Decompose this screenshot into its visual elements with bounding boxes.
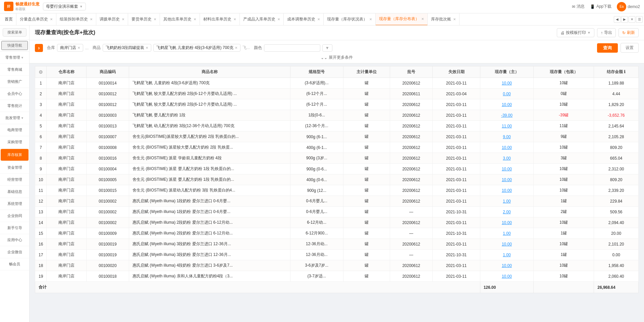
row-qty-main[interactable]: 10.00	[480, 78, 534, 89]
tab-cost-adjust[interactable]: 成本调整单历史 ✕	[284, 13, 324, 25]
tab-close-icon[interactable]: ✕	[453, 17, 456, 21]
sidebar-item-label: 基础信息	[7, 190, 22, 194]
row-expiry: 2021-03-11	[433, 78, 480, 89]
tab-stock-dist[interactable]: 现存量（库存分布表） ✕	[376, 13, 428, 25]
tab-close-icon[interactable]: ✕	[421, 17, 424, 21]
sidebar-item-retail-shop[interactable]: 零售商城	[0, 64, 29, 76]
table-row: 18 南岸门店 00100020 惠氏启赋 (Wyeth illuma) 4段奶…	[35, 260, 639, 271]
gear-icon[interactable]: ⚙	[39, 69, 43, 75]
sidebar-item-finance[interactable]: 资金管理	[0, 162, 29, 174]
tab-next-button[interactable]: ▶	[621, 16, 628, 23]
row-qty-main[interactable]: 9.00	[480, 131, 534, 142]
sidebar-item-member-card[interactable]: 畅会员	[0, 258, 29, 270]
sidebar-item-inventory[interactable]: 库存核算	[1, 149, 29, 161]
row-qty-main[interactable]: -39.00	[480, 110, 534, 121]
row-name: 舍生元 (BIOSTIME) 派星较大婴儿配方奶粉 2段 乳铁蛋...	[129, 142, 290, 153]
row-qty-main[interactable]: 0.00	[480, 89, 534, 99]
sidebar-item-marketing[interactable]: 营销推广	[0, 76, 29, 88]
sidebar-item-wholesale[interactable]: 批发管理 ▼	[0, 112, 29, 124]
tab-stock-status[interactable]: 现存量（库存状况表） ✕	[324, 13, 376, 25]
row-qty-main[interactable]: 10.00	[480, 217, 534, 228]
tab-close-button[interactable]: ✕	[629, 16, 635, 23]
user-profile[interactable]: Ea demo2	[617, 2, 640, 11]
tab-close-icon[interactable]: ✕	[233, 17, 236, 21]
tab-batch-voucher[interactable]: 库存批次账 ✕	[428, 13, 460, 25]
row-qty-main[interactable]: 10.00	[480, 164, 534, 174]
tab-close-icon[interactable]: ✕	[317, 17, 320, 21]
tab-nav: ◀ ▶ ✕ ☰	[614, 16, 643, 23]
page-actions: 🖨 按模板打印 ▼ ↑ 导出 ↻ 刷新	[557, 28, 639, 37]
tab-close-icon[interactable]: ✕	[50, 17, 53, 21]
sidebar-item-basics[interactable]: 基础信息	[0, 186, 29, 198]
tab-close-icon[interactable]: ✕	[277, 17, 280, 21]
tab-close-icon[interactable]: ✕	[154, 17, 156, 21]
tab-requisition[interactable]: 要货单历史 ✕	[128, 13, 160, 25]
tab-close-icon[interactable]: ✕	[122, 17, 124, 21]
row-expiry: 2021-03-11	[433, 260, 480, 271]
sidebar-item-retail[interactable]: 零售管理 ▼	[0, 52, 29, 64]
tab-disassembly[interactable]: 组装拆卸单历史 ✕	[56, 13, 96, 25]
row-qty-main[interactable]: 1.00	[480, 228, 534, 239]
row-qty-main[interactable]: 10.00	[480, 239, 534, 250]
tab-close-icon[interactable]: ✕	[369, 17, 372, 21]
settings-button[interactable]: 设置	[621, 43, 639, 53]
sidebar-item-system[interactable]: 系统管理	[0, 198, 29, 210]
color-dropdown-button[interactable]: ▼	[322, 44, 332, 52]
tab-close-icon[interactable]: ✕	[90, 17, 93, 21]
breadcrumb-select[interactable]: 母婴行业演示账套 ▼	[43, 3, 86, 10]
search-button[interactable]: 查询	[597, 43, 618, 53]
row-code: 00100009	[86, 228, 129, 239]
tab-close-icon[interactable]: ✕	[194, 17, 196, 21]
row-qty-main[interactable]: 2.00	[480, 207, 534, 217]
tab-product-in[interactable]: 产成品入库单历史 ✕	[240, 13, 284, 25]
search-menu-button[interactable]: 搜索菜单	[3, 28, 26, 37]
row-qty-main[interactable]: 10.00	[480, 260, 534, 271]
row-code: 00100014	[86, 78, 129, 89]
row-qty-main[interactable]: 10.00	[480, 185, 534, 196]
tab-picking[interactable]: 调拨单历史 ✕	[96, 13, 128, 25]
sidebar-item-enterprise-wechat[interactable]: 企业微信	[0, 246, 29, 258]
row-qty-main[interactable]: 10.00	[480, 142, 534, 153]
tab-menu-button[interactable]: ☰	[636, 16, 643, 23]
tab-inventory-split[interactable]: 分量盘点单历史 ✕	[16, 13, 56, 25]
tab-prev-button[interactable]: ◀	[614, 16, 621, 23]
row-qty-main[interactable]: 1.00	[480, 196, 534, 207]
product-tag-1[interactable]: 飞鹤奶粉3段四罐提装 ✕	[103, 44, 151, 52]
row-qty-main[interactable]: 10.00	[480, 271, 534, 282]
message-button[interactable]: ✉ 消息	[572, 4, 585, 9]
row-qty-main[interactable]: 1.00	[480, 250, 534, 260]
row-qty-main[interactable]: 3.00	[480, 153, 534, 164]
expand-more-button[interactable]: ⌄⌄ 展开更多条件	[35, 55, 639, 60]
quick-nav-button[interactable]: 快捷导航	[1, 41, 28, 50]
row-qty-main[interactable]: 10.00	[480, 174, 534, 185]
footer-qty-total: 126.00	[480, 282, 534, 293]
tab-material-out[interactable]: 材料出库单历史 ✕	[200, 13, 240, 25]
sidebar-item-app-center[interactable]: 应用中心	[0, 234, 29, 246]
product-tag-close-icon[interactable]: ✕	[235, 46, 237, 50]
export-button[interactable]: ↑ 导出	[597, 28, 616, 37]
template-print-button[interactable]: 🖨 按模板打印 ▼	[557, 28, 594, 37]
warehouse-tag[interactable]: 南岸门店 ✕	[57, 44, 83, 52]
row-qty-pkg: -39罐	[534, 110, 594, 121]
sidebar-item-members[interactable]: 会员中心	[0, 88, 29, 100]
row-name: 惠氏启赋 (Wyeth illuma) 亲和人体儿童配方奶粉4段（3...	[129, 271, 290, 282]
sidebar-item-operations[interactable]: 经营管理	[0, 174, 29, 186]
row-qty-main[interactable]: 11.00	[480, 121, 534, 131]
row-qty-main[interactable]: 10.00	[480, 99, 534, 110]
app-download-button[interactable]: 📱 App下载	[590, 4, 611, 9]
warehouse-tag-close-icon[interactable]: ✕	[77, 46, 80, 50]
sidebar-item-cooperation[interactable]: 企业协同	[0, 210, 29, 222]
product-tag-close-icon[interactable]: ✕	[146, 46, 148, 50]
sidebar-item-guide[interactable]: 新手引导	[0, 222, 29, 234]
warehouse-more-icon[interactable]: ...	[85, 46, 89, 50]
tab-home[interactable]: 首页	[1, 13, 16, 25]
sidebar-item-retail-stats[interactable]: 零售统计	[0, 100, 29, 112]
filter-expand-button[interactable]: ›	[35, 44, 43, 52]
sidebar-item-purchase[interactable]: 采购管理	[0, 136, 29, 148]
color-filter-input[interactable]	[264, 44, 320, 52]
tab-other-out[interactable]: 其他出库单历史 ✕	[160, 13, 200, 25]
table-col-settings[interactable]: ⚙	[35, 66, 47, 78]
sidebar-item-ecommerce[interactable]: 电商管理	[0, 124, 29, 136]
product-tag-2[interactable]: 飞鹤星飞帆 儿童奶粉 4段(3-6岁适用) 700克 ✕	[153, 44, 240, 52]
refresh-button[interactable]: ↻ 刷新	[619, 28, 639, 37]
